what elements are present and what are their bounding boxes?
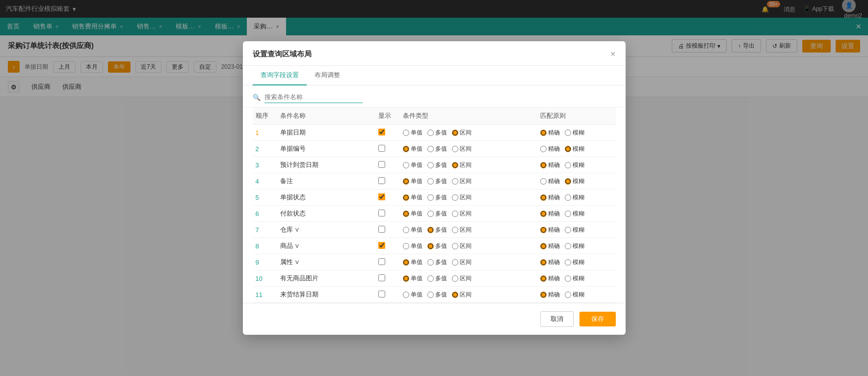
- dialog-header: 设置查询区域布局 ×: [243, 41, 626, 66]
- tab-query-field-settings[interactable]: 查询字段设置: [253, 66, 307, 85]
- dialog-tabs: 查询字段设置 布局调整: [243, 66, 626, 85]
- tab-layout-adjust[interactable]: 布局调整: [307, 66, 348, 85]
- dialog-search-area: 🔍: [243, 85, 626, 97]
- settings-dialog: 设置查询区域布局 × 查询字段设置 布局调整 🔍 顺序 条件名称: [243, 41, 626, 97]
- search-input[interactable]: [264, 91, 363, 97]
- dialog-close-button[interactable]: ×: [610, 49, 616, 59]
- dialog-title: 设置查询区域布局: [253, 50, 312, 59]
- search-icon: 🔍: [253, 94, 261, 98]
- tab-query-field-label: 查询字段设置: [261, 71, 299, 79]
- tab-layout-label: 布局调整: [315, 71, 340, 79]
- dialog-overlay: 设置查询区域布局 × 查询字段设置 布局调整 🔍 顺序 条件名称: [0, 0, 868, 97]
